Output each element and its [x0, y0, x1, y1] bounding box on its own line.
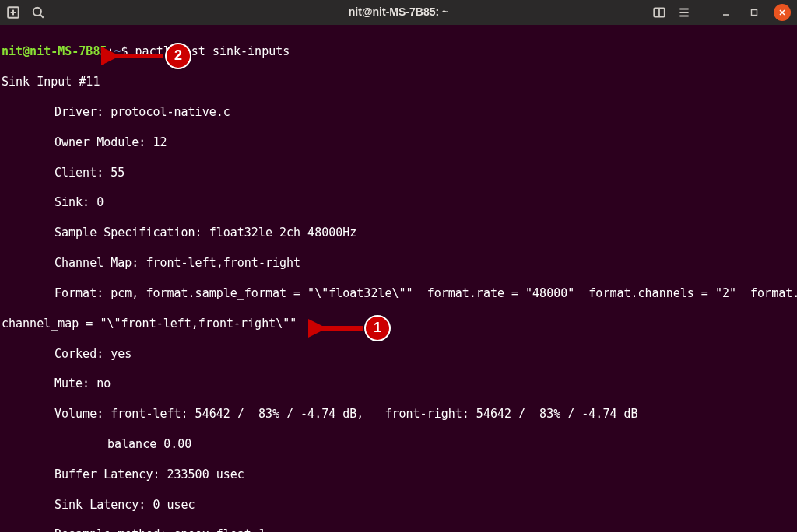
- command-text: pactl list sink-inputs: [135, 44, 290, 58]
- prompt-user-host: nit@nit-MS-7B85: [2, 44, 107, 58]
- out-driver: Driver: protocol-native.c: [2, 105, 230, 120]
- svg-point-3: [33, 8, 41, 16]
- out-owner-module: Owner Module: 12: [2, 135, 167, 150]
- out-balance: balance 0.00: [2, 437, 191, 452]
- close-button[interactable]: [774, 4, 791, 21]
- prompt-dollar: $: [121, 44, 128, 58]
- out-buffer-latency: Buffer Latency: 233500 usec: [2, 467, 244, 482]
- svg-line-4: [40, 15, 44, 18]
- new-tab-icon[interactable]: [6, 5, 20, 19]
- prompt-path: ~: [114, 44, 121, 58]
- titlebar: nit@nit-MS-7B85: ~: [0, 0, 797, 25]
- out-resample: Resample method: speex-float-1: [2, 527, 265, 532]
- out-corked: Corked: yes: [2, 347, 132, 362]
- minimize-button[interactable]: [718, 4, 735, 21]
- out-sink: Sink: 0: [2, 195, 104, 210]
- sink-input-header: Sink Input #11: [2, 75, 795, 89]
- out-sample-spec: Sample Specification: float32le 2ch 4800…: [2, 226, 356, 240]
- search-icon[interactable]: [31, 5, 45, 19]
- prompt-line-1: nit@nit-MS-7B85:~$ pactl list sink-input…: [2, 44, 795, 59]
- maximize-button[interactable]: [746, 4, 763, 21]
- out-format-1: Format: pcm, format.sample_format = "\"f…: [2, 286, 797, 301]
- out-format-2: channel_map = "\"front-left,front-right\…: [2, 317, 795, 331]
- out-volume: Volume: front-left: 54642 / 83% / -4.74 …: [2, 407, 638, 422]
- menu-icon[interactable]: [677, 5, 691, 19]
- prompt-colon: :: [107, 44, 114, 58]
- out-client: Client: 55: [2, 166, 125, 180]
- out-sink-latency: Sink Latency: 0 usec: [2, 498, 195, 513]
- terminal-body[interactable]: nit@nit-MS-7B85:~$ pactl list sink-input…: [0, 25, 797, 532]
- svg-rect-11: [752, 10, 757, 16]
- split-icon[interactable]: [652, 5, 666, 19]
- out-channel-map: Channel Map: front-left,front-right: [2, 256, 300, 271]
- out-mute: Mute: no: [2, 376, 111, 391]
